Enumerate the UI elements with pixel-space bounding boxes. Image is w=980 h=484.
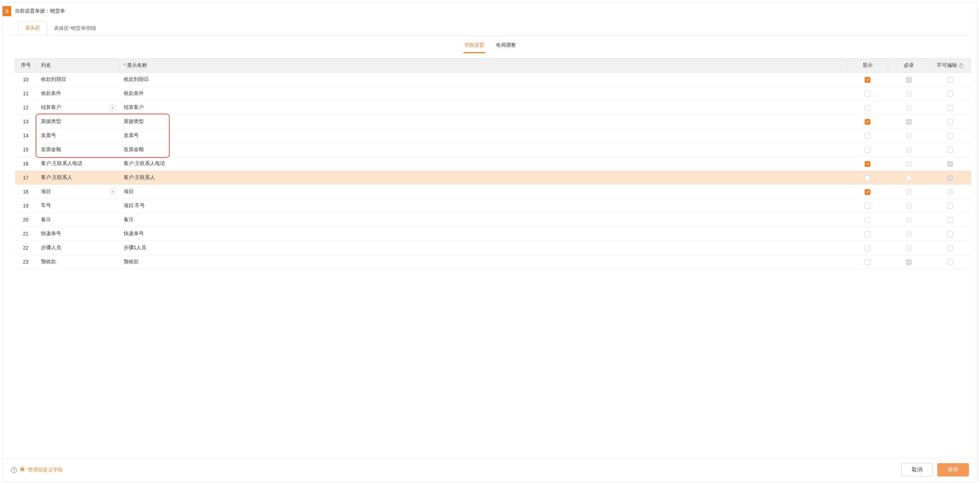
table-row: 18项目项目 (15, 185, 971, 199)
col-required-header: 必录 (888, 59, 930, 73)
row-name: 步骤人员 (41, 245, 61, 250)
fields-table-wrap: 序号 列名 *显示名称 显示 必录 不可编辑? 10收款到期日收款到期日11收款… (15, 58, 971, 458)
required-checkbox (906, 189, 912, 195)
chevron-double-right-icon (4, 9, 10, 14)
row-name-cell: 客户.主联系人电话 (37, 157, 119, 171)
row-seq: 11 (15, 87, 37, 101)
noedit-checkbox[interactable] (947, 245, 953, 251)
row-display-cell[interactable]: 预收款 (119, 255, 847, 269)
row-show-cell (847, 157, 888, 171)
show-checkbox[interactable] (865, 217, 870, 223)
row-name-cell: 票据类型 (37, 115, 119, 129)
table-row: 13票据类型票据类型 (15, 115, 971, 129)
row-display-cell[interactable]: 项目 (119, 185, 847, 199)
row-noedit-cell (930, 255, 971, 269)
show-checkbox[interactable] (865, 189, 870, 195)
show-checkbox[interactable] (865, 147, 870, 153)
row-seq: 14 (15, 129, 37, 143)
row-name: 车号 (41, 202, 51, 208)
row-noedit-cell (930, 213, 971, 227)
add-sub-field-button[interactable] (109, 188, 116, 195)
row-seq: 13 (15, 115, 37, 129)
row-noedit-cell (930, 241, 971, 255)
row-display-cell[interactable]: 客户.主联系人 (119, 171, 847, 185)
table-row: 16客户.主联系人电话客户.主联系人电话 (15, 157, 971, 171)
noedit-checkbox[interactable] (947, 105, 953, 111)
row-display-cell[interactable]: 发票号 (119, 129, 847, 143)
noedit-checkbox[interactable] (947, 147, 953, 153)
show-checkbox[interactable] (865, 91, 870, 97)
row-seq: 16 (15, 157, 37, 171)
tab-0[interactable]: 表头区 (18, 21, 47, 35)
show-checkbox[interactable] (865, 105, 870, 111)
cancel-button[interactable]: 取消 (901, 463, 933, 476)
row-display-cell[interactable]: 客户.主联系人电话 (119, 157, 847, 171)
row-required-cell (888, 227, 930, 241)
show-checkbox[interactable] (865, 245, 870, 251)
table-row: 17客户.主联系人客户.主联系人 (15, 171, 971, 185)
row-display-cell[interactable]: 备注 (119, 213, 847, 227)
noedit-checkbox[interactable] (947, 133, 953, 139)
row-name: 客户.主联系人电话 (41, 160, 83, 166)
row-name-cell: 发票号 (37, 129, 119, 143)
noedit-checkbox[interactable] (947, 231, 953, 237)
noedit-checkbox[interactable] (947, 77, 953, 83)
required-checkbox (906, 259, 912, 265)
row-name-cell: 预收款 (37, 255, 119, 269)
row-display-cell[interactable]: 项目.车号 (119, 199, 847, 213)
table-row: 15发票金额发票金额 (15, 143, 971, 157)
row-noedit-cell (930, 87, 971, 101)
row-show-cell (847, 185, 888, 199)
footer-bar: ? 管理自定义字段 取消 保存 (3, 458, 977, 481)
col-noedit-header: 不可编辑? (930, 59, 971, 73)
required-checkbox (906, 77, 912, 83)
row-required-cell (888, 87, 930, 101)
row-name-cell: 收款到期日 (37, 73, 119, 87)
show-checkbox[interactable] (865, 203, 870, 209)
row-name: 备注 (41, 217, 51, 222)
noedit-checkbox[interactable] (947, 203, 953, 209)
noedit-checkbox[interactable] (947, 259, 953, 265)
noedit-checkbox[interactable] (947, 119, 953, 125)
show-checkbox[interactable] (865, 133, 870, 139)
save-button[interactable]: 保存 (937, 463, 969, 476)
col-show-header: 显示 (847, 59, 888, 73)
show-checkbox[interactable] (865, 77, 870, 83)
col-name-header: 列名 (37, 59, 119, 73)
table-row: 20备注备注 (15, 213, 971, 227)
row-show-cell (847, 73, 888, 87)
fields-table: 序号 列名 *显示名称 显示 必录 不可编辑? 10收款到期日收款到期日11收款… (15, 58, 971, 269)
add-sub-field-button[interactable] (109, 104, 116, 111)
expand-sidebar-button[interactable] (3, 6, 11, 16)
row-name: 客户.主联系人 (41, 174, 73, 180)
noedit-checkbox (947, 189, 953, 195)
sub-tabs: 字段设置布局调整 (3, 36, 977, 53)
show-checkbox[interactable] (865, 259, 870, 265)
subtab-0[interactable]: 字段设置 (463, 41, 485, 53)
manage-custom-fields-link[interactable]: ? 管理自定义字段 (11, 467, 63, 473)
row-display-cell[interactable]: 票据类型 (119, 115, 847, 129)
row-display-cell[interactable]: 收款条件 (119, 87, 847, 101)
table-row: 14发票号发票号 (15, 129, 971, 143)
row-seq: 17 (15, 171, 37, 185)
show-checkbox[interactable] (865, 119, 870, 125)
row-display-cell[interactable]: 发票金额 (119, 143, 847, 157)
manage-custom-fields-label: 管理自定义字段 (28, 467, 63, 473)
show-checkbox[interactable] (865, 161, 870, 167)
gear-icon (20, 467, 25, 473)
row-seq: 18 (15, 185, 37, 199)
row-display-cell[interactable]: 收款到期日 (119, 73, 847, 87)
show-checkbox[interactable] (865, 175, 870, 181)
row-required-cell (888, 171, 930, 185)
tab-1[interactable]: 表体区-销货单明细 (47, 21, 103, 35)
noedit-checkbox[interactable] (947, 91, 953, 97)
noedit-checkbox (947, 161, 953, 167)
row-display-cell[interactable]: 快递单号 (119, 227, 847, 241)
help-icon[interactable]: ? (958, 63, 964, 68)
show-checkbox[interactable] (865, 231, 870, 237)
required-checkbox (906, 231, 912, 237)
row-display-cell[interactable]: 结算客户 (119, 101, 847, 115)
noedit-checkbox[interactable] (947, 217, 953, 223)
row-display-cell[interactable]: 步骤1人员 (119, 241, 847, 255)
subtab-1[interactable]: 布局调整 (495, 41, 517, 53)
